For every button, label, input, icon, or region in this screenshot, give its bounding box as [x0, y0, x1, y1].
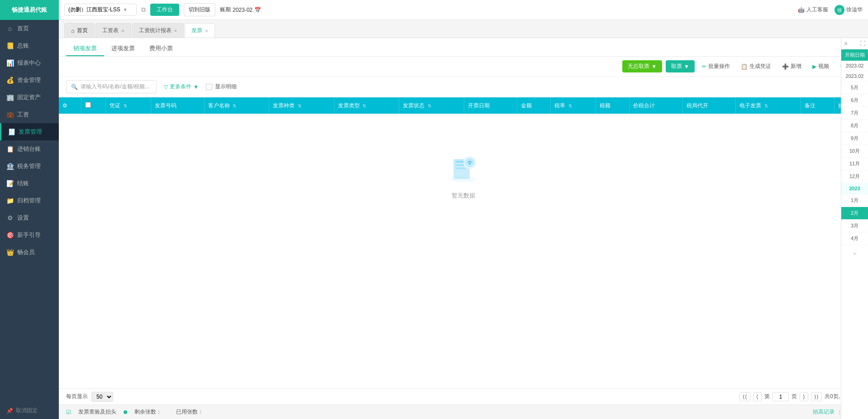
- content-wrapper: 销项发票 进项发票 费用小票 ⊞ 无总取票 ▼ 取票 ▼: [59, 38, 868, 419]
- ticket-button[interactable]: 取票 ▼: [666, 60, 695, 72]
- check-label: 发票查验及抬头: [78, 408, 116, 416]
- date-item-5[interactable]: 5月: [841, 82, 868, 94]
- col-invoice-status: 发票状态 ⇅: [399, 97, 464, 114]
- more-conditions-filter[interactable]: ▽ 更多条件 ▼: [164, 83, 199, 91]
- electronic-sort-icon[interactable]: ⇅: [764, 103, 768, 108]
- date-item-1[interactable]: 1月: [841, 194, 868, 207]
- date-item-8[interactable]: 8月: [841, 120, 868, 132]
- new-icon: ➕: [782, 63, 789, 70]
- sidebar-item-guide[interactable]: 🎯 新手引导: [0, 226, 59, 244]
- sidebar-bottom-label: 取消固定: [16, 407, 38, 414]
- show-detail-checkbox[interactable]: [206, 84, 212, 90]
- col-voucher: 凭证 ⇅: [106, 97, 151, 114]
- date-item-12[interactable]: 12月: [841, 170, 868, 183]
- tab-salary[interactable]: 工资表 ×: [95, 23, 131, 38]
- video-action[interactable]: ▶ 视频: [809, 61, 833, 72]
- sidebar-item-sales[interactable]: 📋 进销台账: [0, 140, 59, 158]
- sub-tab-sales-invoice[interactable]: 销项发票: [66, 42, 104, 56]
- sidebar-item-ledger[interactable]: 📒 总账: [0, 37, 59, 54]
- toolbar: 无总取票 ▼ 取票 ▼ ✏ 批量操作 📋 生成凭证: [59, 57, 868, 77]
- archive-icon: 📁: [6, 197, 14, 204]
- col-settings[interactable]: ⚙: [59, 97, 81, 114]
- date-item-3[interactable]: 3月: [841, 220, 868, 232]
- empty-illustration: [445, 150, 482, 186]
- sidebar-item-reports[interactable]: 📊 报表中心: [0, 54, 59, 72]
- next-page-button[interactable]: ⟩: [800, 392, 808, 401]
- date-item-10[interactable]: 10月: [841, 145, 868, 158]
- tab-bar: ⌂ 首页 工资表 × 工资统计报表 × 发票 ×: [59, 20, 868, 38]
- sidebar-item-salary[interactable]: 💼 工资: [0, 106, 59, 123]
- invoice-status-sort-icon[interactable]: ⇅: [428, 103, 431, 108]
- invoice-category-sort-icon[interactable]: ⇅: [362, 103, 366, 108]
- last-page-button[interactable]: ⟩⟩: [811, 392, 822, 401]
- date-item-11[interactable]: 11月: [841, 158, 868, 170]
- sub-tab-purchase-invoice[interactable]: 进项发票: [104, 42, 142, 56]
- batch-op-action[interactable]: ✏ 批量操作: [698, 61, 734, 72]
- show-detail-filter[interactable]: 显示明细: [206, 83, 237, 91]
- tab-invoice[interactable]: 发票 ×: [185, 23, 215, 38]
- salary-report-tab-close[interactable]: ×: [174, 28, 177, 34]
- reports-icon: 📊: [6, 59, 14, 67]
- sidebar-item-sales-label: 进销台账: [17, 145, 41, 153]
- switch-version-button[interactable]: 切到旧版: [184, 3, 215, 16]
- sidebar-item-member[interactable]: 👑 畅会员: [0, 244, 59, 261]
- page-number-input[interactable]: [773, 392, 789, 401]
- no-ticket-button[interactable]: 无总取票 ▼: [622, 60, 662, 72]
- scroll-down-icon[interactable]: ⌄: [841, 245, 868, 259]
- voucher-sort-icon[interactable]: ⇅: [124, 103, 127, 108]
- copy-icon[interactable]: ⧉: [141, 6, 146, 14]
- workspace-button[interactable]: 工作台: [150, 4, 179, 16]
- date-item-7[interactable]: 7月: [841, 107, 868, 120]
- date-item-2023-02-2[interactable]: 2023.02: [841, 71, 868, 82]
- sidebar-item-settings[interactable]: ⚙ 设置: [0, 209, 59, 226]
- period-calendar-icon[interactable]: 📅: [254, 7, 261, 13]
- sidebar-item-reports-label: 报表中心: [17, 59, 41, 67]
- sidebar-item-tax[interactable]: 🏦 税务管理: [0, 158, 59, 175]
- date-item-4[interactable]: 4月: [841, 232, 868, 245]
- user-avatar: 徐: [835, 5, 844, 15]
- salary-tab-close[interactable]: ×: [121, 28, 124, 34]
- date-item-9[interactable]: 9月: [841, 132, 868, 145]
- sidebar-item-invoice[interactable]: 🧾 发票管理: [0, 123, 59, 140]
- sidebar-item-assets[interactable]: 🏢 固定资产: [0, 89, 59, 106]
- date-item-6[interactable]: 6月: [841, 94, 868, 107]
- search-input-wrapper[interactable]: 🔍 请输入号码/名称/金额/税额...: [66, 80, 157, 93]
- sidebar-item-guide-label: 新手引导: [17, 231, 41, 239]
- invoice-tab-close[interactable]: ×: [205, 28, 208, 34]
- close-panel-icon[interactable]: ×: [844, 40, 848, 47]
- select-all-checkbox[interactable]: [85, 102, 91, 108]
- history-link[interactable]: 抬高记录: [813, 409, 835, 415]
- invoice-type-sort-icon[interactable]: ⇅: [298, 103, 301, 108]
- open-period-btn[interactable]: 开期日期: [841, 49, 868, 61]
- tax-rate-sort-icon[interactable]: ⇅: [568, 103, 572, 108]
- sidebar-bottom-pin[interactable]: 📌 取消固定: [0, 402, 59, 419]
- svg-rect-3: [455, 164, 464, 166]
- ticket-label: 取票: [671, 63, 682, 70]
- period-label: 账期: [220, 6, 231, 14]
- sidebar-item-close[interactable]: 📝 结账: [0, 175, 59, 192]
- date-item-2-current[interactable]: 2月: [841, 207, 868, 220]
- sidebar-item-archive[interactable]: 📁 归档管理: [0, 192, 59, 209]
- sidebar-item-funds[interactable]: 💰 资金管理: [0, 72, 59, 89]
- date-item-2023-02-top[interactable]: 2023.02: [841, 61, 868, 71]
- gen-voucher-action[interactable]: 📋 生成凭证: [737, 61, 775, 72]
- first-page-button[interactable]: ⟨⟨: [739, 392, 750, 401]
- status-link-sep: |: [839, 409, 840, 415]
- settings-icon: ⚙: [6, 214, 14, 222]
- col-customer: 客户名称 ⇅: [204, 97, 269, 114]
- pin-icon: 📌: [6, 408, 13, 414]
- tab-salary-report[interactable]: 工资统计报表 ×: [132, 23, 184, 38]
- new-action[interactable]: ➕ 新增: [778, 61, 805, 72]
- tab-home[interactable]: ⌂ 首页: [64, 23, 95, 38]
- prev-page-button[interactable]: ⟨: [753, 392, 762, 401]
- batch-op-icon: ✏: [702, 63, 706, 70]
- customer-sort-icon[interactable]: ⇅: [233, 103, 236, 108]
- per-page-select[interactable]: 50: [91, 392, 113, 402]
- company-selector[interactable]: (勿删）江西股宝-LSS ▼: [64, 4, 137, 16]
- maximize-icon[interactable]: ⛶: [860, 40, 865, 47]
- col-checkbox[interactable]: [81, 97, 106, 114]
- sub-tab-expense-receipt[interactable]: 费用小票: [142, 42, 180, 56]
- user-item[interactable]: 徐 徐溢华: [835, 5, 863, 15]
- sidebar-item-home[interactable]: ⌂ 首页: [0, 20, 59, 37]
- ai-service-item[interactable]: 🤖 人工客服: [798, 6, 828, 14]
